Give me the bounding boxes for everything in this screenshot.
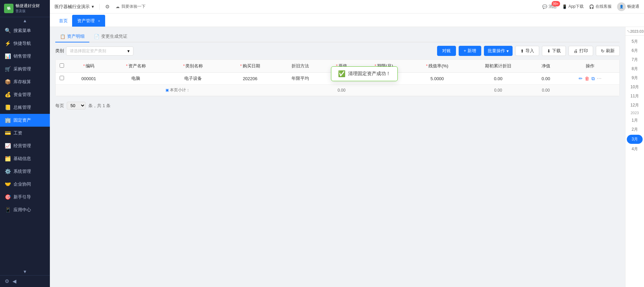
app-icon: 📱	[562, 4, 567, 9]
sub-tab-asset-detail[interactable]: 📋 资产明细	[55, 31, 89, 42]
new-button[interactable]: + 新增	[459, 46, 481, 56]
sidebar-baseinfo-icon: 🗂️	[5, 156, 11, 162]
sidebar-item-enterprise[interactable]: 🤝企业协同	[0, 178, 50, 191]
per-page-select[interactable]: 50 20 100	[67, 102, 86, 109]
sidebar-quicknav-label: 快捷导航	[13, 40, 31, 46]
timeline-month-item[interactable]: 4月	[625, 145, 644, 154]
timeline-month-item[interactable]: 8月	[625, 64, 644, 73]
sidebar-item-sales[interactable]: 📊销售管理	[0, 50, 50, 63]
th-action: 操作	[561, 60, 619, 73]
timeline-month-item[interactable]: 6月	[625, 46, 644, 55]
app-download-label: App下载	[569, 4, 584, 9]
sidebar-item-guide[interactable]: 🎯新手引导	[0, 191, 50, 203]
import-button[interactable]: ⬆ 导入	[515, 46, 539, 56]
timeline-panel: ⤡ 2023.03 ✕ 5月6月7月8月9月10月11月12月20231月2月3…	[625, 27, 644, 287]
total-text: 条，共 1 条	[88, 103, 111, 109]
sidebar-item-inventory[interactable]: 📦库存核算	[0, 75, 50, 88]
content-area: 📋 资产明细 📄 变更生成凭证 类别 请选择固定资产类别 ▾	[50, 27, 644, 287]
sidebar-item-purchase[interactable]: 🛒采购管理	[0, 63, 50, 75]
timeline-month-item[interactable]: 10月	[625, 83, 644, 92]
timeline-month-item[interactable]: 1月	[625, 116, 644, 125]
main-content: 医疗器械行业演示 ▾ ⚙ ☁ 我要体验一下 💬 消息 99+ 📱 App下载 🎧…	[50, 0, 644, 287]
sidebar-item-appcenter[interactable]: 📱应用中心	[0, 203, 50, 216]
company-selector[interactable]: 医疗器械行业演示 ▾	[55, 4, 94, 10]
sidebar-enterprise-label: 企业协同	[13, 181, 31, 187]
sidebar-scroll-down[interactable]: ▼	[0, 268, 50, 275]
timeline-month-item[interactable]: 9月	[625, 73, 644, 83]
timeline-expand-icon[interactable]: ⤡	[627, 29, 630, 34]
more-icon[interactable]: ⋯	[597, 76, 602, 81]
settings-icon[interactable]: ⚙	[5, 278, 9, 284]
sidebar-operations-icon: 📈	[5, 143, 11, 149]
category-select[interactable]: 请选择固定资产类别 ▾	[66, 46, 133, 56]
toolbar-row: 类别 请选择固定资产类别 ▾ 对账 + 新增 批量操作 ▾	[55, 46, 620, 56]
download-icon: ⬇	[547, 49, 551, 54]
copy-icon[interactable]: ⧉	[591, 76, 595, 82]
sidebar: 畅 畅捷通好业财 普及版 ▲ 🔍搜索菜单⚡快捷导航📊销售管理🛒采购管理📦库存核算…	[0, 0, 50, 287]
sub-tab-change-voucher[interactable]: 📄 变更生成凭证	[89, 31, 132, 42]
sidebar-item-search[interactable]: 🔍搜索菜单	[0, 24, 50, 37]
timeline-month-item[interactable]: 7月	[625, 55, 644, 64]
timeline-header-row: ⤡ 2023.03 ✕	[625, 27, 644, 36]
sidebar-item-system[interactable]: ⚙️系统管理	[0, 165, 50, 178]
th-initial-depreciation: 期初累计折旧	[466, 60, 531, 73]
batch-arrow-icon: ▾	[507, 49, 509, 54]
sidebar-item-ledger[interactable]: 📒总账管理	[0, 101, 50, 114]
app-download-button[interactable]: 📱 App下载	[562, 4, 584, 9]
select-all-checkbox[interactable]	[60, 63, 64, 68]
download-button[interactable]: ⬇ 下载	[542, 46, 566, 56]
timeline-month-item[interactable]: 5月	[625, 37, 644, 46]
topbar-right: 💬 消息 99+ 📱 App下载 🎧 在线客服 👤 畅捷通	[542, 2, 639, 11]
sidebar-purchase-label: 采购管理	[13, 66, 31, 72]
topbar-settings-icon[interactable]: ⚙	[105, 4, 110, 10]
reconcile-button[interactable]: 对账	[437, 46, 456, 56]
print-button[interactable]: 🖨 打印	[569, 46, 593, 56]
subtotal-label: 本页小计：	[170, 88, 190, 92]
sidebar-ledger-label: 总账管理	[13, 104, 31, 110]
sidebar-item-operations[interactable]: 📈经营管理	[0, 139, 50, 152]
service-icon: 🎧	[589, 4, 594, 9]
sidebar-inventory-icon: 📦	[5, 79, 11, 85]
delete-icon[interactable]: 🗑	[585, 76, 589, 81]
sidebar-sales-icon: 📊	[5, 53, 11, 59]
timeline-month-item[interactable]: 11月	[625, 92, 644, 101]
timeline-items: 5月6月7月8月9月10月11月12月20231月2月3月4月	[625, 36, 644, 155]
sidebar-item-funds[interactable]: 💰资金管理	[0, 88, 50, 101]
collapse-icon[interactable]: ◀	[12, 278, 17, 284]
message-badge: 99+	[552, 1, 560, 6]
timeline-month-item[interactable]: 12月	[625, 101, 644, 110]
sidebar-item-salary[interactable]: 💳工资	[0, 127, 50, 139]
tabs-bar: 首页 资产管理 ×	[50, 13, 644, 27]
experience-button[interactable]: ☁ 我要体验一下	[116, 4, 146, 9]
topbar-divider	[99, 4, 100, 10]
sub-tab-asset-detail-label: 资产明细	[67, 33, 85, 39]
message-button[interactable]: 💬 消息 99+	[542, 4, 557, 9]
refresh-button[interactable]: ↻ 刷新	[596, 46, 620, 56]
batch-ops-button[interactable]: 批量操作 ▾	[484, 46, 513, 56]
online-service-button[interactable]: 🎧 在线客服	[589, 4, 612, 9]
tab-asset-management[interactable]: 资产管理 ×	[72, 15, 105, 27]
timeline-month-item[interactable]: 2月	[625, 125, 644, 134]
asset-table-wrap: *编码 *资产名称 *类别名称 *购买日期 折旧方法 *原值 *期限(月) *残…	[55, 59, 620, 96]
user-menu[interactable]: 👤 畅捷通	[617, 2, 639, 11]
sidebar-inventory-label: 库存核算	[13, 79, 31, 85]
batch-ops-label: 批量操作	[488, 48, 505, 54]
row-residual-rate: 5.0000	[408, 73, 466, 85]
sidebar-item-baseinfo[interactable]: 🗂️基础信息	[0, 152, 50, 165]
th-net-value: 净值	[531, 60, 561, 73]
timeline-month-item[interactable]: 3月	[627, 135, 643, 144]
row-checkbox-0[interactable]	[60, 76, 64, 80]
tab-close-icon[interactable]: ×	[98, 19, 100, 23]
tab-home[interactable]: 首页	[55, 15, 71, 27]
edit-icon[interactable]: ✏	[579, 76, 583, 81]
sidebar-scroll-up[interactable]: ▲	[0, 17, 50, 24]
sidebar-item-assets[interactable]: 🏢固定资产	[0, 114, 50, 127]
success-toast-text: 清理固定资产成功！	[348, 71, 391, 77]
refresh-icon: ↻	[601, 49, 605, 54]
download-label: 下载	[552, 48, 561, 54]
sidebar-item-quicknav[interactable]: ⚡快捷导航	[0, 37, 50, 50]
subtotal-net-value: 0.00	[531, 85, 561, 96]
sidebar-search-label: 搜索菜单	[13, 28, 31, 34]
filter-group: 类别 请选择固定资产类别 ▾	[55, 46, 133, 56]
category-arrow-icon: ▾	[127, 49, 130, 54]
